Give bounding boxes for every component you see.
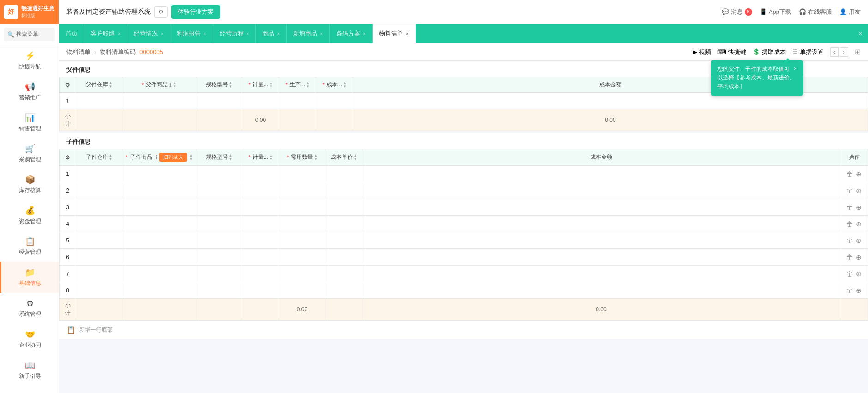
child-row-qty-6[interactable]	[279, 266, 326, 282]
copy-icon[interactable]: ⊕	[856, 237, 862, 244]
child-row-unit-6[interactable]	[242, 266, 279, 282]
delete-icon[interactable]: 🗑	[846, 270, 853, 278]
th-child-unit[interactable]: * 计量... ▲▼	[242, 149, 279, 166]
child-row-unit-4[interactable]	[242, 232, 279, 249]
child-row-warehouse-0[interactable]	[76, 166, 122, 182]
parent-row-cost[interactable]	[316, 93, 353, 109]
th-parent-cost[interactable]: * 成本... ▲▼	[316, 77, 353, 93]
child-row-product-4[interactable]	[122, 232, 196, 249]
tab-products-close[interactable]: ×	[277, 31, 280, 36]
th-child-qty[interactable]: * 需用数量 ▲▼	[279, 149, 326, 166]
search-menu-button[interactable]: 🔍 搜索菜单	[4, 28, 55, 41]
parent-row-production[interactable]	[279, 93, 316, 109]
sidebar-item-marketing[interactable]: 📢 营销推广	[0, 76, 59, 107]
th-child-product[interactable]: * 子件商品 ℹ 扫码录入 ▲▼	[122, 149, 196, 166]
close-all-tabs[interactable]: ×	[853, 30, 868, 38]
sidebar-item-system[interactable]: ⚙ 系统管理	[0, 293, 59, 324]
add-row-icon[interactable]: 📋	[66, 326, 76, 334]
tab-new-product[interactable]: 新增商品 ×	[287, 24, 330, 43]
nav-prev[interactable]: ‹	[830, 47, 838, 57]
tab-profit-report[interactable]: 利润报告 ×	[170, 24, 213, 43]
child-row-warehouse-7[interactable]	[76, 282, 122, 299]
child-row-warehouse-2[interactable]	[76, 199, 122, 216]
nav-next[interactable]: ›	[840, 47, 848, 57]
child-row-unit-cost-2[interactable]	[326, 199, 362, 216]
tab-products[interactable]: 商品 ×	[256, 24, 287, 43]
scan-button[interactable]: 扫码录入	[159, 153, 187, 162]
copy-icon[interactable]: ⊕	[856, 220, 862, 228]
tab-profit-report-close[interactable]: ×	[204, 31, 206, 36]
child-row-unit-cost-1[interactable]	[326, 182, 362, 199]
copy-icon[interactable]: ⊕	[856, 270, 862, 278]
child-row-unit-5[interactable]	[242, 249, 279, 266]
delete-icon[interactable]: 🗑	[846, 204, 853, 211]
child-row-warehouse-6[interactable]	[76, 266, 122, 282]
copy-icon[interactable]: ⊕	[856, 287, 862, 294]
child-row-unit-0[interactable]	[242, 166, 279, 182]
th-child-unit-cost[interactable]: 成本单价 ▲▼	[326, 149, 362, 166]
tab-new-product-close[interactable]: ×	[320, 31, 323, 36]
tab-operations-status[interactable]: 经营情况 ×	[127, 24, 170, 43]
th-parent-product[interactable]: * 父件商品 ℹ ▲▼	[122, 77, 196, 93]
th-parent-production[interactable]: * 生产... ▲▼	[279, 77, 316, 93]
child-row-unit-cost-6[interactable]	[326, 266, 362, 282]
child-row-unit-cost-3[interactable]	[326, 216, 362, 232]
child-row-unit-cost-5[interactable]	[326, 249, 362, 266]
settings-button[interactable]: ⚙	[154, 6, 168, 18]
child-row-unit-cost-4[interactable]	[326, 232, 362, 249]
sidebar-item-finance[interactable]: 💰 资金管理	[0, 200, 59, 231]
child-row-warehouse-5[interactable]	[76, 249, 122, 266]
delete-icon[interactable]: 🗑	[846, 287, 853, 294]
tab-bom[interactable]: 物料清单 ×	[373, 24, 416, 43]
tab-business-history[interactable]: 经营历程 ×	[213, 24, 256, 43]
sidebar-item-inventory[interactable]: 📦 库存核算	[0, 169, 59, 200]
sidebar-item-basic-info[interactable]: 📁 基础信息	[0, 262, 59, 293]
child-row-unit-cost-0[interactable]	[326, 166, 362, 182]
parent-row-warehouse[interactable]	[76, 93, 122, 109]
copy-icon[interactable]: ⊕	[856, 187, 862, 194]
parent-row-product[interactable]	[122, 93, 196, 109]
delete-icon[interactable]: 🗑	[846, 237, 853, 244]
th-parent-unit[interactable]: * 计量... ▲▼	[242, 77, 279, 93]
sidebar-item-sales[interactable]: 📊 销售管理	[0, 107, 59, 138]
child-row-product-1[interactable]	[122, 182, 196, 199]
child-row-warehouse-4[interactable]	[76, 232, 122, 249]
child-row-qty-4[interactable]	[279, 232, 326, 249]
user-button[interactable]: 👤 用友	[839, 8, 861, 16]
child-row-qty-1[interactable]	[279, 182, 326, 199]
message-button[interactable]: 💬 消息 6	[722, 8, 752, 16]
copy-icon[interactable]: ⊕	[856, 254, 862, 261]
child-row-warehouse-3[interactable]	[76, 216, 122, 232]
sidebar-item-operations[interactable]: 📋 经营管理	[0, 231, 59, 262]
sidebar-item-quick-nav[interactable]: ⚡ 快捷导航	[0, 45, 59, 76]
online-service-button[interactable]: 🎧 在线客服	[799, 8, 832, 16]
tab-barcode-close[interactable]: ×	[363, 31, 366, 36]
child-row-product-0[interactable]	[122, 166, 196, 182]
toolbar-extract-cost[interactable]: 💲 提取成本	[753, 48, 786, 56]
child-row-qty-7[interactable]	[279, 282, 326, 299]
tab-barcode[interactable]: 条码方案 ×	[330, 24, 373, 43]
app-download-button[interactable]: 📱 App下载	[760, 8, 791, 16]
delete-icon[interactable]: 🗑	[846, 220, 853, 228]
sidebar-item-purchase[interactable]: 🛒 采购管理	[0, 138, 59, 169]
child-row-unit-7[interactable]	[242, 282, 279, 299]
child-row-qty-5[interactable]	[279, 249, 326, 266]
th-parent-spec[interactable]: 规格型号 ▲▼	[196, 77, 242, 93]
child-row-unit-2[interactable]	[242, 199, 279, 216]
delete-icon[interactable]: 🗑	[846, 254, 853, 261]
delete-icon[interactable]: 🗑	[846, 187, 853, 194]
breadcrumb-item-1[interactable]: 物料清单	[66, 48, 90, 56]
child-row-qty-0[interactable]	[279, 166, 326, 182]
tab-business-history-close[interactable]: ×	[247, 31, 249, 36]
child-row-warehouse-1[interactable]	[76, 182, 122, 199]
delete-icon[interactable]: 🗑	[846, 170, 853, 178]
toolbar-single-settings[interactable]: ☰ 单据设置	[792, 48, 824, 56]
child-row-product-5[interactable]	[122, 249, 196, 266]
th-parent-settings[interactable]: ⚙	[60, 77, 76, 93]
child-row-qty-3[interactable]	[279, 216, 326, 232]
toolbar-shortcut[interactable]: ⌨ 快捷键	[717, 48, 746, 56]
th-child-spec[interactable]: 规格型号 ▲▼	[196, 149, 242, 166]
parent-row-unit[interactable]	[242, 93, 279, 109]
child-row-unit-3[interactable]	[242, 216, 279, 232]
tab-home[interactable]: 首页	[59, 24, 84, 43]
